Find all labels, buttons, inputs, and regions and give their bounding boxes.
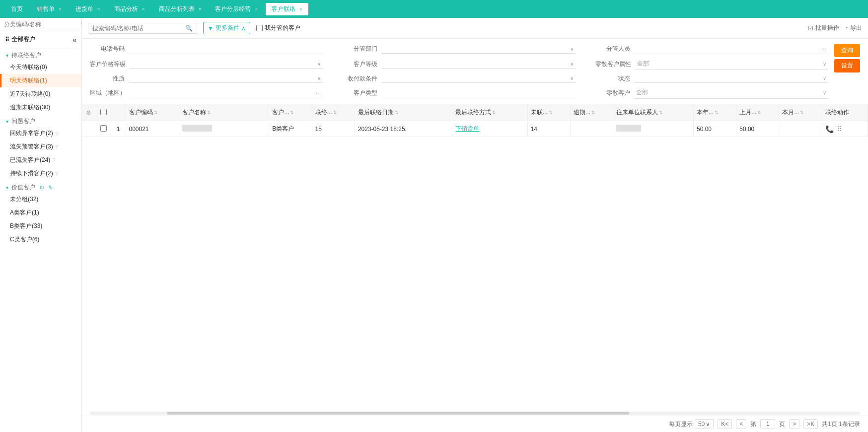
- help-icon-1[interactable]: ?: [55, 131, 58, 137]
- export-button[interactable]: ↑ 导出: [845, 24, 862, 32]
- sort-contacts-icon[interactable]: ⇅: [333, 110, 337, 115]
- col-gear[interactable]: ⚙: [82, 104, 96, 121]
- top-nav: 首页 销售单 × 进货单 × 商品分析 × 商品分析列表 × 客户分层经营 × …: [0, 0, 868, 18]
- help-icon-2[interactable]: ?: [55, 144, 58, 150]
- close-purchase-icon[interactable]: ×: [97, 6, 100, 12]
- close-analysis-icon[interactable]: ×: [142, 6, 145, 12]
- col-last-date[interactable]: 最后联络日期 ⇅: [355, 104, 452, 121]
- filter-retail-attr: 零散客户属性 全部 ∨: [595, 58, 828, 70]
- prev-page-button[interactable]: <: [736, 419, 746, 429]
- sidebar-item-class-c[interactable]: C类客户(6): [0, 233, 81, 246]
- filter-manager-dots[interactable]: ···: [634, 44, 828, 54]
- filter-customer-level-select[interactable]: ∨: [381, 60, 576, 69]
- sort-this-month-icon[interactable]: ⇅: [800, 110, 804, 115]
- row-checkbox[interactable]: [96, 121, 111, 137]
- my-customers-checkbox[interactable]: 我分管的客户: [256, 24, 300, 32]
- row-action-phone-icon[interactable]: 📞: [825, 125, 834, 133]
- sidebar-item-class-b[interactable]: B类客户(33): [0, 219, 81, 233]
- row-name[interactable]: [179, 121, 269, 137]
- close-analysis-list-icon[interactable]: ×: [199, 6, 202, 12]
- filter-status-select[interactable]: ∨: [634, 74, 828, 83]
- filter-retail-attr-select[interactable]: 全部 ∨: [635, 58, 828, 70]
- col-type[interactable]: 客户... ⇅: [269, 104, 312, 121]
- last-page-button[interactable]: >K: [803, 419, 818, 429]
- filter-dept-select[interactable]: ∨: [381, 45, 576, 54]
- refresh-icon[interactable]: ↻: [39, 184, 44, 191]
- col-code[interactable]: 客户编码 ⇅: [126, 104, 179, 121]
- sort-date-icon[interactable]: ⇅: [395, 110, 399, 115]
- sidebar-search-input[interactable]: [4, 21, 78, 28]
- col-contacts[interactable]: 联络... ⇅: [312, 104, 355, 121]
- nav-tab-purchase[interactable]: 进货单 ×: [70, 3, 106, 15]
- row-last-method[interactable]: 下销货单: [452, 121, 527, 137]
- sidebar-item-unclassified[interactable]: 未分组(32): [0, 193, 81, 206]
- filter-payment-select[interactable]: ∨: [381, 74, 576, 83]
- sort-unit-contact-icon[interactable]: ⇅: [659, 110, 663, 115]
- page-number-input[interactable]: [760, 419, 775, 429]
- col-name[interactable]: 客户名称 ⇅: [179, 104, 269, 121]
- col-last-method[interactable]: 最后联络方式 ⇅: [452, 104, 527, 121]
- filter-phone-input[interactable]: [129, 44, 323, 54]
- col-no-contact[interactable]: 未联... ⇅: [527, 104, 570, 121]
- sidebar-all-customers[interactable]: ⠿ 全部客户 «: [0, 31, 81, 48]
- col-contact-action[interactable]: 联络动作: [822, 104, 868, 121]
- sidebar-item-today[interactable]: 今天待联络(0): [0, 61, 81, 74]
- next-page-button[interactable]: >: [789, 419, 799, 429]
- close-seg-icon[interactable]: ×: [255, 6, 258, 12]
- search-input[interactable]: [92, 25, 183, 32]
- sidebar-item-class-a[interactable]: A类客户(1): [0, 206, 81, 219]
- sidebar-item-lost-risk[interactable]: 流失预警客户(3) ?: [0, 140, 81, 153]
- filter-region-dots[interactable]: ···: [130, 88, 323, 98]
- filter-status: 状态 ∨: [595, 74, 828, 83]
- my-customers-check-input[interactable]: [256, 25, 263, 31]
- search-icon-main[interactable]: 🔍: [185, 25, 193, 32]
- nav-tab-sales[interactable]: 销售单 ×: [31, 3, 68, 15]
- col-last-month[interactable]: 上月... ⇅: [736, 104, 779, 121]
- page-size-box[interactable]: 50 ∨: [695, 419, 714, 429]
- sidebar-item-lost[interactable]: 已流失客户(24) ?: [0, 153, 81, 167]
- filter-customer-level: 客户等级 ∨: [343, 60, 576, 69]
- filter-customer-type-input[interactable]: [381, 88, 576, 98]
- horizontal-scrollbar[interactable]: [82, 410, 868, 416]
- col-overdue[interactable]: 逾期... ⇅: [570, 104, 613, 121]
- close-contact-icon[interactable]: ×: [299, 6, 302, 12]
- col-this-year[interactable]: 本年... ⇅: [693, 104, 736, 121]
- nav-tab-analysis-list[interactable]: 商品分析列表 ×: [153, 3, 208, 15]
- first-page-button[interactable]: K<: [718, 419, 732, 429]
- sort-type-icon[interactable]: ⇅: [290, 110, 294, 115]
- sidebar-item-tomorrow[interactable]: 明天待联络(1): [0, 74, 81, 87]
- edit-icon[interactable]: ✎: [48, 184, 53, 191]
- filter-nature-select[interactable]: ∨: [129, 74, 323, 83]
- query-button[interactable]: 查询: [834, 44, 860, 57]
- filter-price-level-select[interactable]: ∨: [130, 60, 323, 69]
- more-filter-button[interactable]: ▼ 更多条件 ∧: [203, 22, 250, 34]
- sort-name-icon[interactable]: ⇅: [207, 110, 211, 115]
- row-unit-contact: [613, 121, 694, 137]
- row-action-grid-icon[interactable]: ⠿: [837, 125, 842, 133]
- help-icon-4[interactable]: ?: [55, 171, 58, 177]
- nav-tab-customer-contact[interactable]: 客户联络 ×: [266, 3, 308, 15]
- col-unit-contact[interactable]: 往来单位联系人 ⇅: [613, 104, 694, 121]
- nav-home[interactable]: 首页: [5, 3, 29, 15]
- help-icon-3[interactable]: ?: [52, 157, 55, 163]
- sort-year-icon[interactable]: ⇅: [715, 110, 719, 115]
- sidebar-item-overdue[interactable]: 逾期未联络(30): [0, 101, 81, 114]
- nav-tab-analysis[interactable]: 商品分析 ×: [108, 3, 151, 15]
- sidebar-item-week7[interactable]: 近7天待联络(0): [0, 87, 81, 101]
- nav-tab-customer-seg[interactable]: 客户分层经营 ×: [209, 3, 264, 15]
- sidebar-item-repurchase-abnormal[interactable]: 回购异常客户(2) ?: [0, 127, 81, 140]
- sort-code-icon[interactable]: ⇅: [154, 110, 158, 115]
- row-select-checkbox[interactable]: [100, 125, 107, 132]
- select-all-checkbox[interactable]: [100, 109, 107, 115]
- sort-overdue-icon[interactable]: ⇅: [591, 110, 595, 115]
- sidebar-item-continue-drop[interactable]: 持续下滑客户(2) ?: [0, 167, 81, 180]
- sort-no-contact-icon[interactable]: ⇅: [549, 110, 553, 115]
- filter-retail-select[interactable]: 全部 ∨: [634, 87, 828, 99]
- sort-method-icon[interactable]: ⇅: [492, 110, 496, 115]
- collapse-icon[interactable]: «: [72, 36, 76, 44]
- batch-op-button[interactable]: ☑ 批量操作: [808, 24, 839, 32]
- col-this-month[interactable]: 本月... ⇅: [779, 104, 822, 121]
- close-sales-icon[interactable]: ×: [59, 6, 62, 12]
- sort-last-month-icon[interactable]: ⇅: [757, 110, 761, 115]
- settings-button[interactable]: 设置: [834, 59, 860, 72]
